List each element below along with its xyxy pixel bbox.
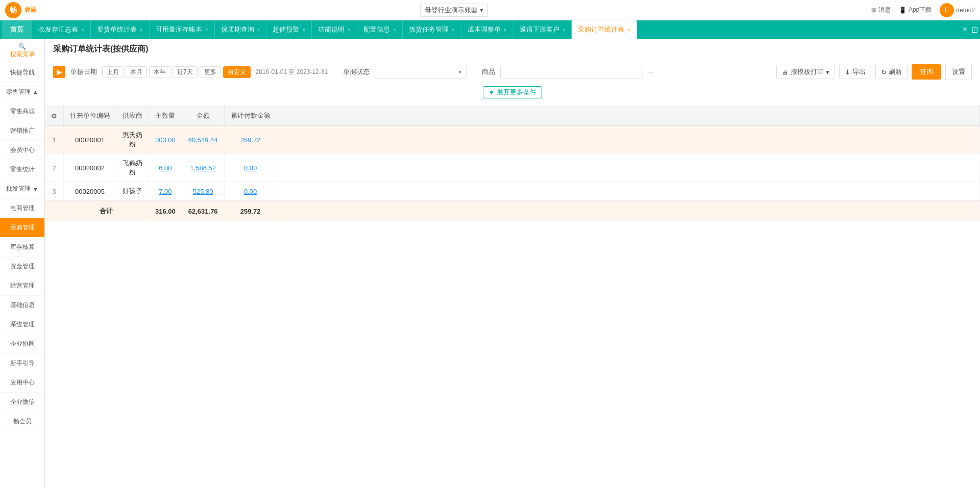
close-icon[interactable]: × — [504, 27, 507, 33]
close-icon[interactable]: × — [348, 27, 351, 33]
close-icon[interactable]: × — [627, 27, 630, 33]
row-paid[interactable]: 259.72 — [224, 126, 277, 154]
sidebar-item-enterprise[interactable]: 企业协同 — [0, 335, 44, 354]
close-icon[interactable]: × — [452, 27, 455, 33]
footer-paid: 259.72 — [224, 201, 277, 221]
top-bar: 畅 标题 母婴行业演示账套 ▾ ✉ 消息 📱 App下载 E demo2 — [0, 0, 980, 20]
sidebar-item-operations[interactable]: 经营管理 — [0, 276, 44, 296]
export-btn[interactable]: ⬇ 导出 — [839, 65, 871, 79]
tab-chengben[interactable]: 成本调整单 × — [461, 20, 513, 39]
table-row: 3 00020005 好孩子 7.00 525.80 0.00 — [45, 182, 980, 201]
tab-shoufa[interactable]: 收发存汇总表 × — [32, 20, 91, 39]
table-row: 1 00020001 惠氏奶粉 303.00 60,519.44 259.72 — [45, 126, 980, 154]
sidebar-item-member[interactable]: 会员中心 — [0, 141, 44, 160]
tab-chaochu[interactable]: 超储预警 × — [266, 20, 312, 39]
workspace-selector[interactable]: 母婴行业演示账套 ▾ — [420, 4, 488, 17]
sidebar-item-vip[interactable]: 畅会员 — [0, 412, 44, 431]
th-gear[interactable]: ⚙ — [45, 106, 64, 126]
print-btn[interactable]: 🖨 按模板打印 ▾ — [776, 65, 835, 79]
row-amount[interactable]: 60,519.44 — [182, 126, 224, 154]
tab-jianhuo[interactable]: 拣货任务管理 × — [403, 20, 461, 39]
tab-restore-btn[interactable]: ⊡ — [971, 25, 978, 35]
main-table: ⚙ 往来单位编码 供应商 主数量 金额 累计付款金额 1 00020001 惠氏… — [45, 106, 980, 221]
tab-home[interactable]: 首页 — [2, 20, 32, 39]
arrow-icon: ▼ — [33, 186, 39, 193]
message-icon: ✉ — [871, 7, 876, 14]
row-code: 00020005 — [64, 182, 116, 201]
export-label: 导出 — [852, 67, 866, 76]
tab-kuyong[interactable]: 可用量库存账本 × — [150, 20, 215, 39]
tab-yaohuo[interactable]: 要货单统计表 × — [91, 20, 150, 39]
tab-close-btn[interactable]: × — [963, 25, 967, 34]
close-icon[interactable]: × — [393, 27, 396, 33]
close-icon[interactable]: × — [302, 27, 305, 33]
tab-yaoqing[interactable]: 邀请下游客户 × — [513, 20, 572, 39]
close-icon[interactable]: × — [140, 27, 143, 33]
th-paid: 累计付款金额 — [224, 106, 277, 126]
sidebar-item-retail-mall[interactable]: 零售商城 — [0, 102, 44, 121]
sidebar-item-inventory[interactable]: 库存核算 — [0, 238, 44, 257]
expand-label: 展开更多条件 — [497, 88, 536, 97]
sidebar-item-purchase[interactable]: 采购管理 — [0, 218, 44, 238]
status-select[interactable] — [375, 66, 467, 79]
refresh-btn[interactable]: ↻ 刷新 — [875, 65, 908, 79]
footer-amount: 62,631.76 — [182, 201, 224, 221]
row-qty[interactable]: 303.00 — [149, 126, 182, 154]
sidebar-item-retail-mgmt[interactable]: 零售管理 ▲ — [0, 83, 44, 102]
query-btn[interactable]: 查询 — [912, 64, 941, 80]
goods-input[interactable] — [500, 66, 643, 79]
user-area[interactable]: E demo2 — [940, 3, 975, 17]
tab-gongneng[interactable]: 功能说明 × — [312, 20, 357, 39]
table-row: 2 00020002 飞鹤奶粉 6.00 1,586.52 0.00 — [45, 154, 980, 182]
print-label: 按模板打印 — [791, 67, 824, 76]
sidebar-item-system[interactable]: 系统管理 — [0, 315, 44, 335]
row-paid[interactable]: 0.00 — [224, 182, 277, 201]
footer-empty — [45, 201, 64, 221]
table-wrapper: ⚙ 往来单位编码 供应商 主数量 金额 累计付款金额 1 00020001 惠氏… — [45, 106, 980, 488]
close-icon[interactable]: × — [257, 27, 260, 33]
sidebar-item-marketing[interactable]: 营销推广 — [0, 121, 44, 141]
sidebar-item-appcenter[interactable]: 应用中心 — [0, 373, 44, 393]
table-header-row: ⚙ 往来单位编码 供应商 主数量 金额 累计付款金额 — [45, 106, 980, 126]
footer-qty: 316.00 — [149, 201, 182, 221]
date-btn-this-year[interactable]: 本年 — [149, 66, 170, 78]
messages-btn[interactable]: ✉ 消息 — [871, 6, 891, 14]
expand-more-btn[interactable]: ▼ 展开更多条件 — [483, 86, 543, 98]
sidebar-item-finance[interactable]: 资金管理 — [0, 257, 44, 276]
sidebar-item-newguide[interactable]: 新手引导 — [0, 354, 44, 373]
row-qty[interactable]: 7.00 — [149, 182, 182, 201]
sidebar-item-retail-stats[interactable]: 零售统计 — [0, 160, 44, 179]
close-icon[interactable]: × — [81, 27, 84, 33]
row-code: 00020001 — [64, 126, 116, 154]
sidebar-item-quicknav[interactable]: 快捷导航 — [0, 63, 44, 83]
date-btn-custom[interactable]: 自定义 — [223, 66, 251, 78]
th-extra — [277, 106, 979, 126]
sidebar-item-ecommerce[interactable]: 电商管理 — [0, 199, 44, 218]
nav-tabs: 首页 收发存汇总表 × 要货单统计表 × 可用量库存账本 × 保质期查询 × 超… — [0, 20, 980, 39]
tab-caigou-active[interactable]: 采购订单统计表 × — [572, 20, 637, 39]
row-paid[interactable]: 0.00 — [224, 154, 277, 182]
date-btn-more[interactable]: 更多 — [200, 66, 221, 78]
sidebar-item-search[interactable]: 🔍 搜索菜单 — [0, 39, 44, 63]
settings-btn[interactable]: 设置 — [945, 64, 972, 80]
print-chevron: ▾ — [826, 68, 829, 76]
tab-peizhi[interactable]: 配置信息 × — [357, 20, 403, 39]
tab-baozhi[interactable]: 保质期查询 × — [215, 20, 267, 39]
filter-toggle-btn[interactable]: ▶ — [53, 66, 65, 78]
more-options-dots[interactable]: ··· — [648, 68, 654, 76]
sidebar-item-wholesale[interactable]: 批发管理 ▼ — [0, 179, 44, 199]
date-btn-this-month[interactable]: 本月 — [126, 66, 147, 78]
close-icon[interactable]: × — [562, 27, 566, 33]
date-filter-label: 单据日期 — [70, 67, 97, 76]
sidebar-item-wechat[interactable]: 企业微信 — [0, 393, 44, 412]
row-amount[interactable]: 525.80 — [182, 182, 224, 201]
row-amount[interactable]: 1,586.52 — [182, 154, 224, 182]
app-download-btn[interactable]: 📱 App下载 — [899, 6, 932, 14]
page-header-wrap: 采购订单统计表(按供应商) ▶ 单据日期 上月 本月 本年 近7天 更多 自定义… — [45, 39, 980, 106]
date-btn-7days[interactable]: 近7天 — [173, 66, 198, 78]
filter-bar: ▶ 单据日期 上月 本月 本年 近7天 更多 自定义 2016-01-01 至 … — [53, 60, 972, 84]
sidebar-item-basic-info[interactable]: 基础信息 — [0, 296, 44, 315]
row-qty[interactable]: 6.00 — [149, 154, 182, 182]
date-btn-last-month[interactable]: 上月 — [102, 66, 124, 78]
close-icon[interactable]: × — [205, 27, 208, 33]
